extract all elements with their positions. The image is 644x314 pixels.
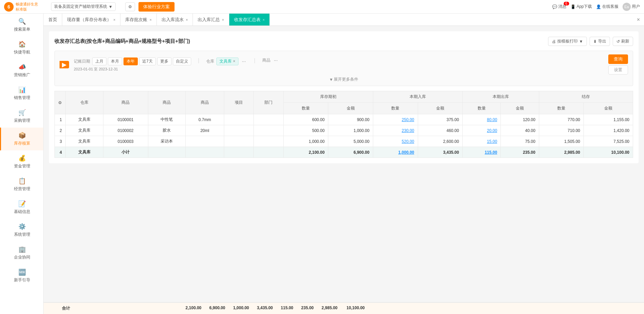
print-icon: 🖨 — [552, 39, 556, 44]
settings-icon[interactable]: ⚙ — [58, 100, 62, 105]
row-dept — [254, 136, 284, 147]
export-button[interactable]: ⬇ 导出 — [590, 37, 610, 46]
tab-close-in-out-flow[interactable]: × — [186, 18, 188, 22]
search-icon: 🔍 — [18, 18, 26, 25]
row-in-qty-link[interactable]: 250.00 — [373, 114, 418, 125]
tab-close-in-out-summary[interactable]: × — [222, 18, 224, 22]
subtotal-begin-qty: 2,100.00 — [283, 147, 328, 158]
date-btn-this-year[interactable]: 本年 — [123, 57, 138, 65]
row-out-qty-link[interactable]: 15.00 — [463, 136, 501, 147]
row-in-qty-link[interactable]: 230.00 — [373, 125, 418, 136]
row-end-qty: 770.00 — [539, 114, 584, 125]
page-content: 收发存汇总表(按仓库+商品编码+商品+规格型号+项目+部门) 🖨 按模板打印 ▼… — [44, 26, 644, 302]
tab-close-batch-ledger[interactable]: × — [149, 18, 151, 22]
logo-icon: 6 — [4, 2, 14, 12]
expand-more-conditions[interactable]: ▼ 展开更多条件 — [329, 77, 359, 82]
sidebar-item-search-menu[interactable]: 🔍 搜索菜单 — [0, 14, 43, 36]
th-dept: 部门 — [254, 91, 284, 114]
sidebar-item-sales[interactable]: 📊 销售管理 — [0, 82, 43, 105]
subtotal-begin-amt: 6,900.00 — [328, 147, 373, 158]
subtotal-in-qty[interactable]: 1,000.00 — [373, 147, 418, 158]
date-btn-this-month[interactable]: 本月 — [108, 57, 122, 65]
total-end-qty: 2,985.00 — [317, 305, 341, 311]
user-menu[interactable]: Ea 用户 — [623, 3, 640, 11]
tab-close-recv-send-summary[interactable]: × — [263, 18, 265, 22]
subtotal-label: 小计 — [103, 147, 148, 158]
total-label: 合计 — [59, 305, 79, 311]
settings-gear-button[interactable]: ⚙ — [125, 2, 135, 11]
service-icon: 👤 — [596, 4, 601, 9]
query-button[interactable]: 查询 — [608, 54, 628, 64]
row-no: 2 — [55, 125, 66, 136]
system-selector[interactable]: 装备及固定资产辅助管理系统 ▼ — [51, 2, 116, 11]
trial-btn[interactable]: 体验行业方案 — [138, 2, 175, 12]
warehouse-more-btn[interactable]: ··· — [241, 59, 247, 64]
tab-recv-send-summary[interactable]: 收发存汇总表 × — [229, 14, 270, 26]
filter-settings-btn[interactable]: 设置 — [608, 65, 628, 75]
subtotal-out-qty[interactable]: 115.00 — [463, 147, 501, 158]
sidebar-item-system[interactable]: ⚙️ 系统管理 — [0, 219, 43, 242]
date-buttons: 上月 本月 本年 近7天 更多 自定义 — [92, 57, 191, 65]
tab-stock-dist[interactable]: 现存量（库存分布表） × — [62, 14, 120, 26]
row-warehouse: 文具库 — [66, 125, 103, 136]
total-in-amt: 3,435.00 — [252, 305, 276, 311]
print-template-button[interactable]: 🖨 按模板打印 ▼ — [548, 37, 587, 46]
sidebar-item-marketing[interactable]: 📣 营销推广 — [0, 59, 43, 82]
sidebar-item-finance[interactable]: 💰 资金管理 — [0, 150, 43, 173]
inline-filter: 记账日期 上月 本月 本年 近7天 更多 自定义 — [74, 57, 604, 72]
goods-more-btn[interactable]: ··· — [273, 57, 279, 63]
sidebar-item-enterprise[interactable]: 🏢 企业协同 — [0, 242, 43, 264]
row-begin-qty: 1,000.00 — [283, 136, 328, 147]
date-btn-prev-month[interactable]: 上月 — [92, 57, 106, 65]
refresh-button[interactable]: ↺ 刷新 — [613, 37, 633, 46]
th-in-period: 本期入库 — [373, 91, 462, 103]
row-out-qty-link[interactable]: 20.00 — [463, 125, 501, 136]
sidebar-item-guide[interactable]: 🆕 新手引导 — [0, 264, 43, 287]
warehouse-tag-remove[interactable]: × — [233, 59, 235, 64]
th-in-amt: 金额 — [418, 103, 463, 114]
filter-toggle-arrow[interactable]: ▶ — [60, 61, 69, 68]
th-out-amt: 金额 — [501, 103, 539, 114]
table-header-group: ⚙ 仓库 商品 商品 商品 项目 部门 库存期初 本期入库 本期出库 结存 — [55, 91, 633, 103]
subtotal-end-amt: 10,100.00 — [584, 147, 633, 158]
row-in-amt: 460.00 — [418, 125, 463, 136]
th-end-stock: 结存 — [539, 91, 633, 103]
sidebar-item-operations[interactable]: 📋 经营管理 — [0, 173, 43, 196]
sidebar-item-basic-info[interactable]: 📝 基础信息 — [0, 196, 43, 219]
warehouse-label: 仓库 — [206, 59, 214, 64]
tab-home[interactable]: 首页 — [44, 14, 62, 26]
date-btn-more[interactable]: 更多 — [157, 57, 171, 65]
tab-close-stock-dist[interactable]: × — [113, 18, 115, 22]
total-col-proj — [147, 305, 164, 311]
sales-icon: 📊 — [18, 86, 26, 94]
row-code: 0100001 — [103, 114, 148, 125]
tab-in-out-flow[interactable]: 出入库流水 × — [157, 14, 193, 26]
sidebar-item-quick-nav[interactable]: 🏠 快捷导航 — [0, 36, 43, 59]
date-label: 记账日期 — [74, 59, 90, 64]
subtotal-in-amt: 3,435.00 — [418, 147, 463, 158]
tab-batch-ledger[interactable]: 库存批次账 × — [120, 14, 156, 26]
row-code: 0100003 — [103, 136, 148, 147]
tab-in-out-summary[interactable]: 出入库汇总 × — [193, 14, 229, 26]
date-btn-7days[interactable]: 近7天 — [139, 57, 156, 65]
goods-filter: 商品 ··· — [262, 57, 279, 63]
tab-bar-close-all[interactable]: × — [633, 14, 644, 26]
row-out-qty-link[interactable]: 80.00 — [463, 114, 501, 125]
sidebar-item-inventory[interactable]: 📦 库存核算 — [0, 128, 43, 150]
date-btn-custom[interactable]: 自定义 — [173, 57, 191, 65]
online-service-button[interactable]: 👤 在线客服 — [596, 4, 618, 10]
row-in-qty-link[interactable]: 520.00 — [373, 136, 418, 147]
home-icon: 🏠 — [18, 40, 26, 48]
messages-button[interactable]: 💬 消息 6 — [552, 4, 566, 10]
sidebar-item-purchase[interactable]: 🛒 采购管理 — [0, 105, 43, 128]
app-download-button[interactable]: 📱 App下载 — [571, 4, 592, 10]
guide-icon: 🆕 — [18, 268, 26, 276]
subtotal-warehouse: 文具库 — [66, 147, 103, 158]
total-end-amt: 10,100.00 — [341, 305, 368, 311]
warehouse-tag: 文具库 × — [216, 57, 238, 65]
row-in-amt: 375.00 — [418, 114, 463, 125]
date-filter-col: 记账日期 上月 本月 本年 近7天 更多 自定义 — [74, 57, 191, 72]
row-warehouse: 文具库 — [66, 136, 103, 147]
row-name: 采访本 — [148, 136, 186, 147]
main-layout: 🔍 搜索菜单 🏠 快捷导航 📣 营销推广 📊 销售管理 🛒 采购管理 📦 库存核… — [0, 14, 644, 314]
